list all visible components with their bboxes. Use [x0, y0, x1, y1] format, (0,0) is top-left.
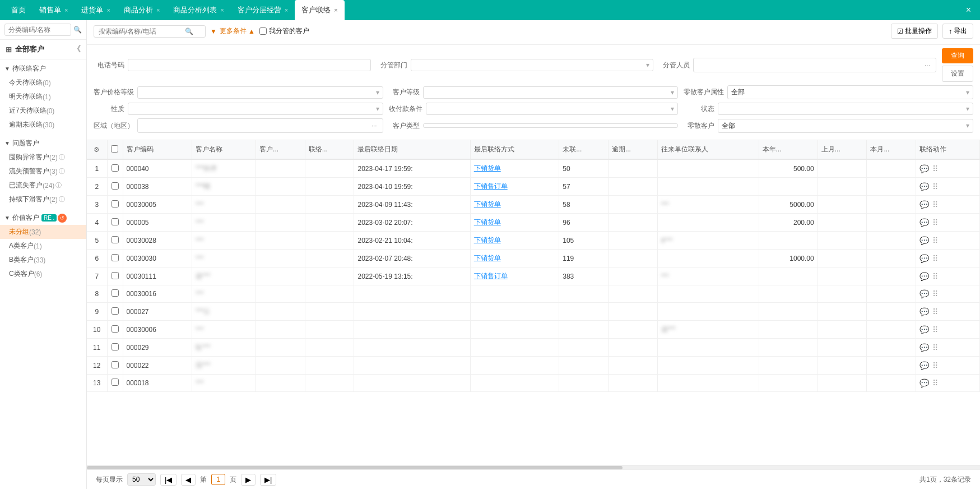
sidebar-item-churn-warn[interactable]: 流失预警客户 (3) ⓘ	[0, 164, 86, 178]
close-analysis-list-tab[interactable]: ×	[220, 7, 224, 13]
chat-icon[interactable]: 💬	[919, 325, 929, 334]
query-btn[interactable]: 查询	[942, 48, 973, 63]
grid-action-icon[interactable]: ⠿	[932, 254, 938, 263]
select-all-checkbox[interactable]	[111, 145, 118, 153]
status-select[interactable]: ▾	[718, 103, 973, 115]
dots-icon2[interactable]: ···	[369, 121, 379, 131]
settings-icon[interactable]: ⚙	[94, 146, 100, 154]
chat-icon[interactable]: 💬	[919, 254, 929, 263]
grid-action-icon[interactable]: ⠿	[932, 343, 938, 352]
sidebar-item-7days[interactable]: 近7天待联络 (0)	[0, 104, 86, 118]
grid-action-icon[interactable]: ⠿	[932, 164, 938, 173]
chat-icon[interactable]: 💬	[919, 164, 929, 173]
phone-input[interactable]	[128, 59, 371, 71]
last-method-link[interactable]: 下销货单	[474, 164, 501, 172]
chat-icon[interactable]: 💬	[919, 289, 929, 298]
reset-btn[interactable]: 设置	[942, 66, 973, 82]
row-checkbox[interactable]	[112, 164, 119, 172]
col-gear[interactable]: ⚙	[87, 140, 107, 159]
grid-action-icon[interactable]: ⠿	[932, 379, 938, 387]
grid-action-icon[interactable]: ⠿	[932, 236, 938, 245]
payment-select[interactable]: ▾	[426, 103, 679, 115]
last-method-link[interactable]: 下销货单	[474, 236, 501, 244]
prev-page-btn[interactable]: ◀	[181, 474, 196, 486]
next-page-btn[interactable]: ▶	[241, 474, 256, 486]
grid-action-icon[interactable]: ⠿	[932, 218, 938, 227]
row-checkbox[interactable]	[112, 289, 119, 297]
row-checkbox[interactable]	[112, 307, 119, 315]
grid-action-icon[interactable]: ⠿	[932, 307, 938, 316]
chat-icon[interactable]: 💬	[919, 218, 929, 227]
sidebar-search-input[interactable]	[4, 24, 71, 36]
scatter-attr-select[interactable]: 全部 ▾	[727, 85, 973, 99]
grid-action-icon[interactable]: ⠿	[932, 182, 938, 191]
region-select[interactable]: ···	[137, 118, 383, 133]
row-checkbox[interactable]	[112, 182, 119, 190]
sidebar-item-today[interactable]: 今天待联络 (0)	[0, 76, 86, 90]
row-checkbox[interactable]	[112, 325, 119, 333]
grid-action-icon[interactable]: ⠿	[932, 289, 938, 298]
sidebar-item-overdue[interactable]: 逾期未联络 (30)	[0, 118, 86, 132]
filter-search-input[interactable]	[99, 27, 183, 35]
grid-action-icon[interactable]: ⠿	[932, 272, 938, 281]
row-checkbox[interactable]	[112, 254, 119, 261]
chat-icon[interactable]: 💬	[919, 361, 929, 370]
dept-select[interactable]: ▾	[411, 59, 654, 71]
more-conditions-btn[interactable]: ▼ 更多条件 ▲	[210, 26, 255, 36]
close-purchase-tab[interactable]: ×	[106, 7, 110, 13]
chat-icon[interactable]: 💬	[919, 236, 929, 245]
close-analysis-tab[interactable]: ×	[156, 7, 160, 13]
person-select[interactable]: ···	[693, 58, 936, 72]
sidebar-item-ungrouped[interactable]: 未分组 (32)	[0, 225, 86, 239]
customer-level-select[interactable]: ▾	[423, 86, 679, 99]
sidebar-group-pending-title[interactable]: ▼ 待联络客户	[0, 62, 86, 76]
chat-icon[interactable]: 💬	[919, 343, 929, 352]
grid-action-icon[interactable]: ⠿	[932, 361, 938, 370]
tab-sales[interactable]: 销售单 ×	[32, 0, 75, 20]
sidebar-group-value-title[interactable]: ▼ 价值客户 RE . ↺	[0, 211, 86, 225]
close-customer-contact-tab[interactable]: ×	[334, 7, 337, 13]
chat-icon[interactable]: 💬	[919, 272, 929, 281]
tab-customer-layer[interactable]: 客户分层经营 ×	[231, 0, 295, 20]
row-checkbox[interactable]	[112, 218, 119, 225]
sidebar-search-icon[interactable]: 🔍	[73, 26, 82, 34]
close-sales-tab[interactable]: ×	[64, 7, 68, 13]
sidebar-item-hoarding[interactable]: 囤购异常客户 (2) ⓘ	[0, 150, 86, 164]
grid-action-icon[interactable]: ⠿	[932, 200, 938, 209]
row-checkbox[interactable]	[112, 361, 119, 368]
sidebar-item-class-b[interactable]: B类客户 (33)	[0, 253, 86, 267]
export-btn[interactable]: ↑ 导出	[942, 24, 973, 39]
last-method-link[interactable]: 下销货单	[474, 200, 501, 208]
grid-action-icon[interactable]: ⠿	[932, 325, 938, 334]
collapse-btn[interactable]: 《	[73, 44, 81, 54]
sidebar-item-class-c[interactable]: C类客户 (6)	[0, 267, 86, 281]
row-checkbox[interactable]	[112, 343, 119, 350]
last-method-link[interactable]: 下销售订单	[474, 272, 508, 280]
customer-type-select[interactable]	[423, 123, 679, 128]
horizontal-scrollbar[interactable]	[87, 465, 980, 469]
tab-analysis[interactable]: 商品分析 ×	[117, 0, 166, 20]
nature-select[interactable]: ▾	[128, 103, 383, 115]
per-page-select[interactable]: 50 100 200	[127, 473, 156, 486]
filter-search-icon[interactable]: 🔍	[185, 27, 193, 35]
sidebar-group-problem-title[interactable]: ▼ 问题客户	[0, 136, 86, 150]
row-checkbox[interactable]	[112, 272, 119, 279]
sidebar-item-churned[interactable]: 已流失客户 (24) ⓘ	[0, 178, 86, 192]
row-checkbox[interactable]	[112, 379, 119, 386]
row-checkbox[interactable]	[112, 236, 119, 243]
my-customers-checkbox[interactable]	[259, 27, 267, 35]
close-customer-layer-tab[interactable]: ×	[285, 7, 288, 13]
sidebar-item-tomorrow[interactable]: 明天待联络 (1)	[0, 90, 86, 104]
batch-op-btn[interactable]: ☑ 批量操作	[891, 24, 938, 39]
scatter-customer-select[interactable]: 全部 ▾	[718, 119, 973, 133]
last-page-btn[interactable]: ▶|	[260, 474, 276, 486]
chat-icon[interactable]: 💬	[919, 307, 929, 316]
scrollbar-thumb[interactable]	[87, 466, 623, 469]
last-method-link[interactable]: 下销货单	[474, 218, 501, 226]
price-level-select[interactable]: ▾	[137, 86, 383, 99]
home-tab[interactable]: 首页	[4, 5, 32, 15]
sidebar-item-class-a[interactable]: A类客户 (1)	[0, 239, 86, 253]
last-method-link[interactable]: 下销货单	[474, 254, 501, 262]
first-page-btn[interactable]: |◀	[160, 474, 177, 486]
tab-customer-contact[interactable]: 客户联络 ×	[295, 0, 344, 20]
